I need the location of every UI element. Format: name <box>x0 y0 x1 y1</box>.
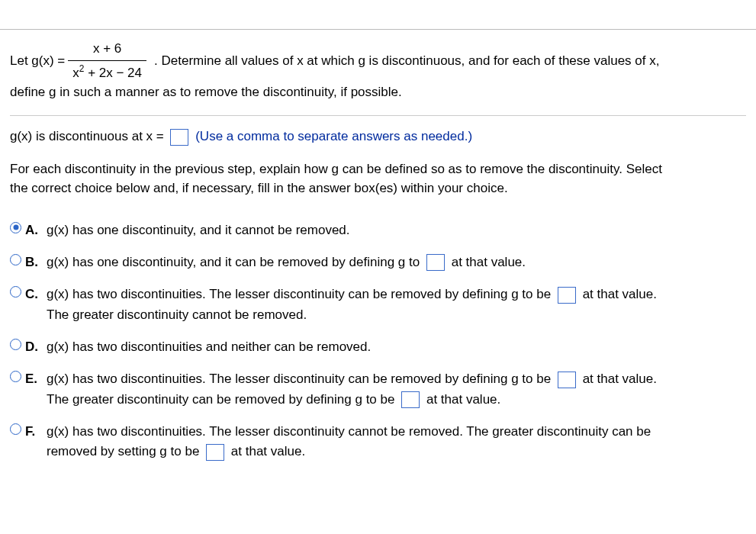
explain-line2: the correct choice below and, if necessa… <box>10 179 746 198</box>
choice-b-letter: B. <box>25 251 47 272</box>
radio-a[interactable] <box>10 222 21 233</box>
choice-e-input1[interactable] <box>558 372 576 388</box>
fraction-denominator: x2 + 2x − 24 <box>68 61 146 82</box>
answer-hint: (Use a comma to separate answers as need… <box>195 129 472 143</box>
answer-line: g(x) is discontinuous at x = (Use a comm… <box>0 116 756 154</box>
choice-e-text: g(x) has two discontinuities. The lesser… <box>47 368 746 410</box>
fraction-numerator: x + 6 <box>68 39 146 61</box>
choice-a[interactable]: A. g(x) has one discontinuity, and it ca… <box>10 214 746 246</box>
radio-c[interactable] <box>10 286 21 298</box>
choice-f-input[interactable] <box>206 444 224 461</box>
choice-c[interactable]: C. g(x) has two discontinuities. The les… <box>10 278 746 330</box>
choice-b[interactable]: B. g(x) has one discontinuity, and it ca… <box>10 246 746 278</box>
answer-prefix: g(x) is discontinuous at x = <box>10 129 164 143</box>
radio-b[interactable] <box>10 254 21 265</box>
choice-e[interactable]: E. g(x) has two discontinuities. The les… <box>10 362 746 415</box>
choice-d-letter: D. <box>25 336 47 357</box>
let-prefix: Let g(x) = <box>10 51 65 71</box>
choice-d-text: g(x) has two discontinuities and neither… <box>47 336 746 357</box>
choice-b-text: g(x) has one discontinuity, and it can b… <box>47 251 746 272</box>
choice-f-text: g(x) has two discontinuities. The lesser… <box>47 420 746 462</box>
radio-f[interactable] <box>10 423 21 435</box>
question-line1: Let g(x) = x + 6 x2 + 2x − 24 . Determin… <box>10 39 746 82</box>
explain-block: For each discontinuity in the previous s… <box>0 155 756 214</box>
explain-line1: For each discontinuity in the previous s… <box>10 159 746 179</box>
choice-a-text: g(x) has one discontinuity, and it canno… <box>47 219 746 240</box>
radio-d[interactable] <box>10 339 21 350</box>
discontinuity-input[interactable] <box>170 129 188 146</box>
choice-f-letter: F. <box>25 420 47 442</box>
page-container: Let g(x) = x + 6 x2 + 2x − 24 . Determin… <box>0 29 756 483</box>
choice-c-text: g(x) has two discontinuities. The lesser… <box>47 283 746 325</box>
choice-a-letter: A. <box>25 219 47 240</box>
choice-b-input[interactable] <box>426 254 445 271</box>
choice-c-input[interactable] <box>558 287 576 304</box>
question-block: Let g(x) = x + 6 x2 + 2x − 24 . Determin… <box>0 30 756 115</box>
choice-e-input2[interactable] <box>401 391 420 408</box>
choice-d[interactable]: D. g(x) has two discontinuities and neit… <box>10 330 746 362</box>
radio-e[interactable] <box>10 371 21 382</box>
question-sentence-after: . Determine all values of x at which g i… <box>154 51 659 71</box>
question-line2: define g in such a manner as to remove t… <box>10 82 746 102</box>
choice-c-letter: C. <box>25 283 47 304</box>
fraction: x + 6 x2 + 2x − 24 <box>68 39 146 82</box>
choice-e-letter: E. <box>25 368 47 389</box>
choice-f[interactable]: F. g(x) has two discontinuities. The les… <box>10 415 746 468</box>
choices-group: A. g(x) has one discontinuity, and it ca… <box>0 214 756 483</box>
